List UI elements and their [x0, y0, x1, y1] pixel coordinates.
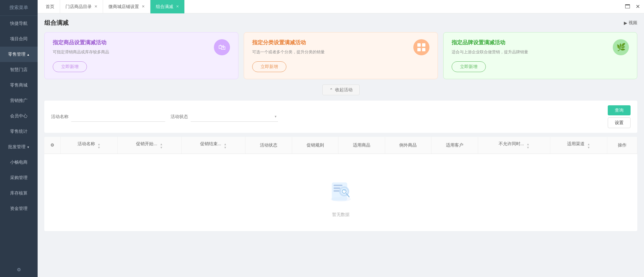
tab-store-catalog[interactable]: 门店商品目录 ✕: [60, 0, 103, 13]
th-status-label: 活动状态: [260, 143, 277, 148]
th-products: 适用商品: [338, 137, 385, 154]
sidebar: 搜索菜单 快捷导航 项目合同 零售管理 智慧门店 零售商城 营销推广 会员中心 …: [0, 0, 38, 277]
promo-cards-row: 指定商品设置满减活动 🛍 可指定滞销商品或库存较多商品 立即新增 指定分类设置满…: [44, 32, 637, 79]
sidebar-item-smart-store[interactable]: 智慧门店: [0, 62, 38, 77]
th-status: 活动状态: [245, 137, 292, 154]
window-controls: 🗖 ✕: [624, 2, 641, 11]
sidebar-item-inventory-calc[interactable]: 库存核算: [0, 185, 38, 201]
promo-card-brand-title: 指定品牌设置满减活动: [452, 39, 629, 46]
svg-rect-6: [333, 184, 342, 186]
th-no-concurrent[interactable]: 不允许同时... ▲▼: [478, 137, 550, 154]
filter-name-label: 活动名称: [51, 114, 68, 120]
tab-combo-discount-label: 组合满减: [156, 4, 173, 10]
th-operations: 操作: [607, 137, 637, 154]
promo-card-product-title: 指定商品设置满减活动: [53, 39, 230, 46]
th-end-sort: ▲▼: [224, 143, 227, 150]
query-button[interactable]: 查询: [608, 105, 631, 115]
svg-rect-2: [417, 48, 421, 51]
settings-button[interactable]: 设置: [608, 117, 631, 128]
th-start-sort: ▲▼: [160, 143, 163, 150]
sidebar-item-retail-stats[interactable]: 零售统计: [0, 124, 38, 139]
promo-card-brand-btn[interactable]: 立即新增: [452, 61, 486, 72]
video-link[interactable]: ▶ 视频: [624, 20, 637, 26]
tab-store-catalog-close[interactable]: ✕: [94, 4, 97, 9]
th-rule: 促销规则: [292, 137, 338, 154]
svg-rect-7: [333, 187, 340, 189]
promo-card-product-btn[interactable]: 立即新增: [53, 61, 87, 72]
sidebar-item-ecommerce[interactable]: 小畅电商: [0, 155, 38, 170]
promo-card-category-btn[interactable]: 立即新增: [252, 61, 286, 72]
collapse-bar: ⌃ 收起活动: [44, 85, 637, 95]
data-table: ⚙ 活动名称 ▲▼ 促销开始... ▲▼ 促销结束... ▲▼: [44, 137, 637, 154]
th-name-label: 活动名称: [78, 141, 95, 146]
promo-card-category-desc: 可选一个或者多个分类，提升分类的销量: [252, 49, 429, 57]
collapse-icon: ⌃: [329, 88, 333, 93]
th-start-label: 促销开始...: [136, 141, 157, 146]
promo-card-product: 指定商品设置满减活动 🛍 可指定滞销商品或库存较多商品 立即新增: [44, 32, 238, 79]
sidebar-item-fund-mgmt[interactable]: 资金管理: [0, 201, 38, 216]
sidebar-item-retail-mgmt[interactable]: 零售管理: [0, 47, 38, 62]
th-excluded-label: 例外商品: [399, 143, 417, 148]
window-restore-btn[interactable]: 🗖: [624, 2, 632, 11]
th-no-concurrent-label: 不允许同时...: [499, 141, 524, 146]
promo-card-product-icon: 🛍: [214, 39, 230, 55]
th-rule-label: 促销规则: [307, 143, 324, 148]
filter-name-item: 活动名称: [51, 112, 165, 122]
filter-row: 活动名称 活动状态 ▾ 查询 设置: [44, 101, 637, 133]
filter-actions: 查询 设置: [608, 105, 631, 128]
main-area: 首页 门店商品目录 ✕ 微商城店铺设置 ✕ 组合满减 ✕ 🗖 ✕ 组合满减 ▶ …: [38, 0, 644, 277]
collapse-btn[interactable]: ⌃ 收起活动: [322, 85, 360, 95]
tab-home-label: 首页: [46, 4, 54, 10]
th-end[interactable]: 促销结束... ▲▼: [181, 137, 245, 154]
page-header: 组合满减 ▶ 视频: [44, 19, 637, 27]
promo-card-category-title: 指定分类设置满减活动: [252, 39, 429, 46]
video-label: 视频: [629, 20, 637, 26]
filter-status-item: 活动状态 ▾: [171, 112, 278, 122]
svg-rect-3: [422, 48, 425, 51]
window-close-btn[interactable]: ✕: [634, 2, 641, 11]
th-end-label: 促销结束...: [200, 141, 221, 146]
svg-point-13: [343, 189, 345, 191]
th-name-sort: ▲▼: [97, 143, 100, 150]
empty-state: 暂无数据: [44, 154, 637, 231]
tab-wechat-store-close[interactable]: ✕: [142, 4, 145, 9]
sidebar-item-retail-mall[interactable]: 零售商城: [0, 77, 38, 93]
tab-home[interactable]: 首页: [40, 0, 60, 13]
sidebar-search[interactable]: 搜索菜单: [0, 0, 38, 16]
sidebar-settings-icon[interactable]: ⚙: [0, 262, 38, 277]
sidebar-item-purchase-mgmt[interactable]: 采购管理: [0, 170, 38, 185]
th-operations-label: 操作: [618, 143, 627, 148]
promo-card-brand-desc: 适合与上游企业联合做营销，提升品牌销量: [452, 49, 629, 57]
tab-wechat-store[interactable]: 微商城店铺设置 ✕: [103, 0, 150, 13]
sidebar-item-wholesale-mgmt[interactable]: 批发管理: [0, 139, 38, 155]
th-products-label: 适用商品: [353, 143, 370, 148]
empty-text: 暂无数据: [332, 212, 350, 218]
tab-combo-discount-close[interactable]: ✕: [176, 4, 179, 9]
chevron-down-icon: ▾: [275, 114, 277, 119]
th-channel[interactable]: 适用渠道 ▲▼: [550, 137, 607, 154]
promo-card-product-desc: 可指定滞销商品或库存较多商品: [53, 49, 230, 57]
sidebar-item-member-center[interactable]: 会员中心: [0, 108, 38, 124]
sidebar-item-project-contract[interactable]: 项目合同: [0, 31, 38, 47]
th-no-concurrent-sort: ▲▼: [526, 143, 530, 150]
promo-card-category-icon: [413, 39, 429, 55]
th-name[interactable]: 活动名称 ▲▼: [60, 137, 118, 154]
empty-icon: [324, 174, 358, 208]
play-icon: ▶: [624, 20, 627, 25]
sidebar-item-marketing[interactable]: 营销推广: [0, 93, 38, 108]
th-start[interactable]: 促销开始... ▲▼: [118, 137, 181, 154]
th-customer-label: 适用客户: [446, 143, 463, 148]
th-channel-label: 适用渠道: [567, 141, 585, 146]
tab-combo-discount[interactable]: 组合满减 ✕: [150, 0, 185, 13]
filter-name-input[interactable]: [71, 112, 165, 122]
page-title: 组合满减: [44, 19, 68, 27]
tab-store-catalog-label: 门店商品目录: [65, 4, 92, 10]
table-wrapper: ⚙ 活动名称 ▲▼ 促销开始... ▲▼ 促销结束... ▲▼: [44, 137, 637, 231]
filter-status-select[interactable]: ▾: [191, 112, 278, 122]
collapse-label: 收起活动: [335, 87, 353, 93]
th-settings[interactable]: ⚙: [44, 137, 60, 154]
filter-status-label: 活动状态: [171, 114, 188, 120]
th-excluded: 例外商品: [385, 137, 431, 154]
svg-rect-0: [417, 43, 421, 47]
sidebar-item-quick-nav[interactable]: 快捷导航: [0, 16, 38, 31]
